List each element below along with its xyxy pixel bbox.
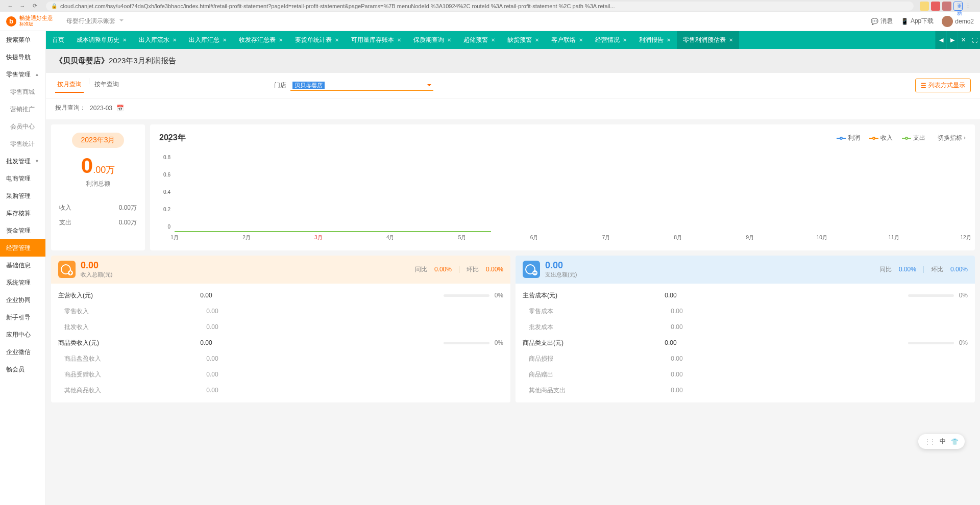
close-icon[interactable]: ✕ (623, 37, 627, 43)
y-tick: 0 (167, 224, 170, 230)
close-icon[interactable]: ✕ (397, 37, 401, 43)
tab-7[interactable]: 保质期查询✕ (407, 31, 457, 49)
browser-menu-icon[interactable]: ⋮ (963, 1, 973, 11)
download-icon: 📱 (901, 18, 909, 25)
tab-fullscreen[interactable]: ⛶ (969, 31, 980, 49)
sidebar-item-1[interactable]: 快捷导航 (0, 48, 45, 66)
sidebar-item-11[interactable]: 资金管理 (0, 222, 45, 239)
sidebar-item-18[interactable]: 企业微信 (0, 343, 45, 361)
sidebar-item-9[interactable]: 采购管理 (0, 187, 45, 205)
tab-scroll-left[interactable]: ◀ (935, 31, 946, 49)
tab-13[interactable]: 零售利润预估表✕ (677, 31, 739, 49)
float-language-widget[interactable]: ⋮⋮ 中 👕 (918, 434, 965, 449)
filter-by-year-tab[interactable]: 按年查询 (92, 78, 121, 93)
messages-button[interactable]: 💬 消息 (871, 17, 893, 26)
chevron-icon: ▼ (35, 159, 39, 164)
y-tick: 0.8 (163, 155, 170, 160)
switch-metric-button[interactable]: 切换指标 › (938, 134, 966, 142)
tab-0[interactable]: 首页 (46, 31, 70, 49)
page-content: 《贝贝母婴店》2023年3月利润报告 按月查询 按年查询 门店 贝贝母婴店 ☰ … (46, 49, 980, 505)
chart-title: 2023年 (159, 133, 186, 143)
url-bar[interactable]: 🔒 cloud.chanjet.com/hsy/u4oof74daQxh/lof… (46, 2, 914, 11)
list-view-button[interactable]: ☰ 列表方式显示 (915, 79, 971, 92)
tab-5[interactable]: 要货单统计表✕ (289, 31, 345, 49)
sidebar-item-7[interactable]: 批发管理▼ (0, 153, 45, 170)
sidebar-item-16[interactable]: 新手引导 (0, 309, 45, 326)
data-row: 其他商品支出0.00 (523, 383, 968, 398)
logo-subtitle: 标准版 (19, 21, 53, 28)
tab-11[interactable]: 经营情况✕ (589, 31, 633, 49)
app-download-button[interactable]: 📱 App下载 (901, 17, 934, 26)
close-icon[interactable]: ✕ (579, 37, 583, 43)
summary-income-row: 收入0.00万 (58, 200, 138, 215)
app-header: b 畅捷通好生意 标准版 母婴行业演示账套 💬 消息 📱 App下载 demo2 (0, 12, 980, 31)
browser-update-button[interactable]: 更新 (953, 2, 963, 11)
tab-2[interactable]: 出入库流水✕ (133, 31, 183, 49)
expense-yoy-value: 0.00% (899, 266, 916, 273)
summary-expense-row: 支出0.00万 (58, 215, 138, 230)
sidebar-item-3[interactable]: 零售商城 (0, 83, 45, 100)
store-select[interactable]: 贝贝母婴店 (290, 81, 433, 91)
browser-back[interactable]: ← (5, 1, 15, 11)
close-icon[interactable]: ✕ (173, 37, 177, 43)
sidebar-item-14[interactable]: 系统管理 (0, 274, 45, 291)
sidebar-item-19[interactable]: 畅会员 (0, 361, 45, 378)
sidebar-item-15[interactable]: 企业协同 (0, 291, 45, 309)
close-icon[interactable]: ✕ (223, 37, 227, 43)
data-row: 主营成本(元)0.000% (523, 288, 968, 304)
tab-3[interactable]: 出入库汇总✕ (183, 31, 233, 49)
data-row: 批发收入0.00 (58, 319, 503, 335)
tab-scroll-right[interactable]: ▶ (946, 31, 958, 49)
close-icon[interactable]: ✕ (122, 37, 127, 43)
close-icon[interactable]: ✕ (729, 37, 733, 43)
sidebar-item-5[interactable]: 会员中心 (0, 118, 45, 135)
sidebar-item-6[interactable]: 零售统计 (0, 135, 45, 153)
sidebar-item-10[interactable]: 库存核算 (0, 205, 45, 222)
close-icon[interactable]: ✕ (535, 37, 539, 43)
data-row: 批发成本0.00 (523, 319, 968, 335)
tab-4[interactable]: 收发存汇总表✕ (233, 31, 289, 49)
store-value: 贝贝母婴店 (292, 82, 325, 89)
browser-profile-icon[interactable] (942, 2, 951, 11)
dataset-select[interactable]: 母婴行业演示账套 (62, 15, 128, 28)
browser-forward[interactable]: → (17, 1, 28, 11)
calendar-icon[interactable]: 📅 (116, 105, 124, 112)
sidebar-item-13[interactable]: 基础信息 (0, 257, 45, 274)
store-filter: 门店 贝贝母婴店 (274, 81, 433, 91)
tab-9[interactable]: 缺货预警✕ (501, 31, 545, 49)
sidebar-item-17[interactable]: 应用中心 (0, 326, 45, 343)
tab-12[interactable]: 利润报告✕ (633, 31, 677, 49)
legend-marker-icon (869, 136, 878, 141)
tab-close-all[interactable]: ✕ (958, 31, 969, 49)
sidebar-item-0[interactable]: 搜索菜单 (0, 31, 45, 48)
legend-item[interactable]: 支出 (902, 134, 925, 142)
sidebar-item-4[interactable]: 营销推广 (0, 100, 45, 118)
legend-item[interactable]: 收入 (869, 134, 893, 142)
close-icon[interactable]: ✕ (667, 37, 671, 43)
browser-chrome: ← → ⟳ 🔒 cloud.chanjet.com/hsy/u4oof74daQ… (0, 0, 980, 12)
logo[interactable]: b 畅捷通好生意 标准版 (6, 15, 53, 28)
tab-10[interactable]: 客户联络✕ (545, 31, 589, 49)
income-mom-value: 0.00% (486, 266, 503, 273)
tab-6[interactable]: 可用量库存账本✕ (345, 31, 407, 49)
extension-1-icon[interactable] (920, 2, 929, 11)
user-menu[interactable]: demo2 (942, 16, 974, 27)
tab-1[interactable]: 成本调整单历史✕ (70, 31, 133, 49)
sidebar-item-8[interactable]: 电商管理 (0, 170, 45, 187)
legend-marker-icon (902, 136, 911, 141)
data-row: 主营收入(元)0.000% (58, 288, 503, 304)
extension-2-icon[interactable] (931, 2, 940, 11)
sidebar-item-12[interactable]: 经营管理 (0, 239, 45, 257)
sidebar-item-2[interactable]: 零售管理▲ (0, 66, 45, 83)
close-icon[interactable]: ✕ (279, 37, 283, 43)
close-icon[interactable]: ✕ (491, 37, 495, 43)
close-icon[interactable]: ✕ (447, 37, 451, 43)
tab-8[interactable]: 超储预警✕ (457, 31, 501, 49)
progress-bar (908, 294, 954, 297)
data-row: 零售收入0.00 (58, 304, 503, 319)
filter-by-month-tab[interactable]: 按月查询 (55, 78, 84, 93)
legend-item[interactable]: 利润 (837, 134, 860, 142)
browser-reload[interactable]: ⟳ (30, 1, 40, 11)
tab-bar: 首页成本调整单历史✕出入库流水✕出入库汇总✕收发存汇总表✕要货单统计表✕可用量库… (46, 31, 980, 49)
close-icon[interactable]: ✕ (335, 37, 339, 43)
